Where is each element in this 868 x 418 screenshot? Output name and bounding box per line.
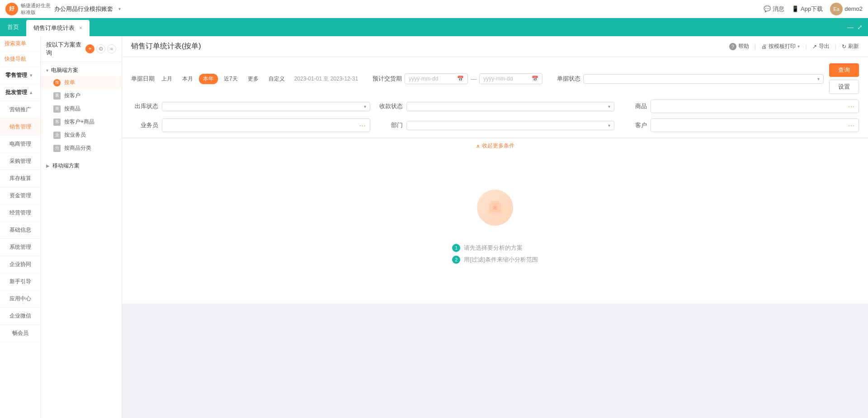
filter-department: 部门 ▾ (376, 119, 615, 132)
sidebar-item-retail[interactable]: 零售管理 ▾ (0, 67, 40, 84)
date-btn-this-year[interactable]: 本年 (199, 74, 218, 84)
sidebar-item-marketing[interactable]: 营销推广 (0, 101, 40, 119)
empty-tip-1: 1 请先选择要分析的方案 (452, 244, 538, 252)
print-btn[interactable]: 🖨 按模板打印 ▾ (761, 43, 800, 50)
main-content: 销售订单统计表(按单) ? 帮助 | 🖨 按模板打印 ▾ | ↗ (122, 36, 868, 418)
scheme-item-by-customer-product[interactable]: 客 按客户+商品 (41, 115, 122, 128)
sidebar-item-app-center[interactable]: 应用中心 (0, 290, 40, 308)
tab-home[interactable]: 首页 (0, 18, 26, 36)
tab-maximize-btn[interactable]: ⤢ (857, 24, 863, 31)
status-select[interactable]: ▾ (583, 74, 824, 84)
sidebar-item-wholesale[interactable]: 批发管理 ▴ (0, 84, 40, 101)
sidebar-item-operations[interactable]: 经营管理 (0, 204, 40, 222)
export-label: 导出 (819, 43, 830, 50)
sidebar: 搜索菜单 快捷导航 零售管理 ▾ 批发管理 ▴ 营销推广 销售管理 电商管理 采… (0, 36, 41, 418)
sidebar-item-app-center-label: 应用中心 (9, 295, 31, 303)
tip-num-1: 1 (452, 244, 460, 252)
system-dropdown-arrow[interactable]: ▾ (118, 6, 121, 11)
sidebar-item-wholesale-label: 批发管理 (5, 89, 27, 96)
date-separator: — (471, 76, 476, 82)
tab-minimize-btn[interactable]: — (847, 24, 854, 31)
page-header: 销售订单统计表(按单) ? 帮助 | 🖨 按模板打印 ▾ | ↗ (122, 36, 868, 57)
scheme-item-by-product-category-label: 按商品分类 (64, 144, 91, 152)
tab-close-btn[interactable]: × (79, 25, 82, 31)
export-btn[interactable]: ↗ 导出 (812, 43, 830, 50)
payment-status-label: 收款状态 (376, 102, 403, 110)
department-select[interactable]: ▾ (406, 121, 615, 130)
settings-btn[interactable]: 设置 (829, 80, 859, 94)
customer-input[interactable]: ··· (651, 119, 859, 132)
scheme-panel-header: 按以下方案查询 + ⚙ « (41, 36, 122, 62)
sidebar-item-system[interactable]: 系统管理 (0, 239, 40, 256)
sidebar-item-inventory[interactable]: 库存核算 (0, 170, 40, 187)
calendar-icon-end: 📅 (532, 76, 538, 82)
scheme-item-by-customer[interactable]: 客 按客户 (41, 89, 122, 102)
sidebar-item-sales-label: 销售管理 (9, 123, 31, 131)
scheme-settings-btn[interactable]: ⚙ (96, 44, 105, 53)
print-dropdown-arrow[interactable]: ▾ (797, 44, 800, 49)
salesperson-label: 业务员 (131, 121, 158, 129)
sidebar-item-member[interactable]: 畅会员 (0, 325, 40, 342)
sidebar-item-sales[interactable]: 销售管理 (0, 119, 40, 136)
date-btn-custom[interactable]: 自定义 (264, 74, 289, 84)
scheme-item-by-order[interactable]: 按 按单 (41, 76, 122, 89)
product-label: 商品 (620, 102, 647, 110)
scheme-group-mobile-title[interactable]: ▶ 移动端方案 (41, 160, 122, 171)
sidebar-item-enterprise[interactable]: 企业协同 (0, 256, 40, 273)
filter-row-1: 单据日期 上月 本月 本年 近7天 更多 自定义 2023-01-01 至 20… (131, 63, 859, 94)
expected-date-end[interactable]: yyyy-mm-dd 📅 (479, 73, 542, 84)
payment-status-select[interactable]: ▾ (406, 102, 615, 111)
sidebar-item-purchase[interactable]: 采购管理 (0, 153, 40, 170)
empty-state: 1 请先选择要分析的方案 2 用[过滤]条件来缩小分析范围 (122, 153, 868, 304)
scheme-add-btn[interactable]: + (85, 44, 94, 53)
filter-wrapper: 单据日期 上月 本月 本年 近7天 更多 自定义 2023-01-01 至 20… (122, 57, 868, 153)
scheme-item-by-product-category[interactable]: 分 按商品分类 (41, 142, 122, 155)
sidebar-item-finance[interactable]: 资金管理 (0, 187, 40, 204)
scheme-panel-title: 按以下方案查询 (46, 41, 83, 57)
date-btn-7days[interactable]: 近7天 (220, 74, 242, 84)
customer-label: 客户 (620, 121, 647, 129)
collapse-bar[interactable]: ∧ 收起更多条件 (122, 138, 868, 153)
delivery-status-select[interactable]: ▾ (162, 102, 370, 111)
scheme-item-by-customer-icon: 客 (53, 92, 61, 100)
help-btn[interactable]: ? 帮助 (729, 43, 749, 50)
logo-area: 好 畅捷通好生意 标准版 (5, 2, 51, 15)
scheme-item-by-product[interactable]: 商 按商品 (41, 102, 122, 115)
sidebar-item-wechat-label: 企业微信 (9, 312, 31, 320)
user-menu[interactable]: Ea demo2 (830, 3, 863, 15)
scheme-panel-actions: + ⚙ « (85, 44, 116, 53)
sidebar-item-new-guide[interactable]: 新手引导 (0, 273, 40, 290)
sidebar-item-finance-label: 资金管理 (9, 192, 31, 200)
avatar: Ea (830, 3, 843, 15)
tab-home-label: 首页 (7, 23, 19, 31)
scheme-group-desktop-arrow: ▾ (46, 68, 48, 73)
app-download-icon: 📱 (792, 5, 799, 12)
expected-date-start[interactable]: yyyy-mm-dd 📅 (405, 73, 468, 84)
date-btn-last-month[interactable]: 上月 (157, 74, 176, 84)
department-label: 部门 (376, 121, 403, 129)
scheme-group-desktop-title[interactable]: ▾ 电脑端方案 (41, 65, 122, 76)
app-download-label: App下载 (801, 5, 823, 13)
sidebar-item-wechat[interactable]: 企业微信 (0, 308, 40, 325)
date-btn-more[interactable]: 更多 (244, 74, 263, 84)
logo-text: 畅捷通好生意 标准版 (21, 2, 51, 15)
tab-sales-order-stats[interactable]: 销售订单统计表 × (26, 20, 90, 36)
scheme-group-mobile-arrow: ▶ (46, 163, 50, 168)
sidebar-quick-nav[interactable]: 快捷导航 (0, 52, 40, 67)
status-label: 单据状态 (557, 75, 580, 83)
scheme-item-by-order-icon: 按 (53, 79, 61, 86)
sidebar-item-ecommerce[interactable]: 电商管理 (0, 136, 40, 153)
message-btn[interactable]: 💬 消息 (764, 5, 784, 13)
sidebar-item-basic[interactable]: 基础信息 (0, 222, 40, 239)
message-label: 消息 (773, 5, 784, 13)
date-btn-this-month[interactable]: 本月 (178, 74, 197, 84)
refresh-btn[interactable]: ↻ 刷新 (842, 43, 859, 50)
scheme-item-by-salesperson[interactable]: 业 按业务员 (41, 128, 122, 142)
query-btn[interactable]: 查询 (829, 63, 859, 77)
scheme-collapse-btn[interactable]: « (107, 44, 116, 53)
sidebar-search[interactable]: 搜索菜单 (0, 36, 40, 52)
product-input[interactable]: ··· (651, 100, 859, 113)
salesperson-input[interactable]: ··· (162, 119, 370, 132)
top-bar-left: 好 畅捷通好生意 标准版 办公用品行业模拟账套 ▾ (5, 2, 121, 15)
app-download-btn[interactable]: 📱 App下载 (792, 5, 823, 13)
